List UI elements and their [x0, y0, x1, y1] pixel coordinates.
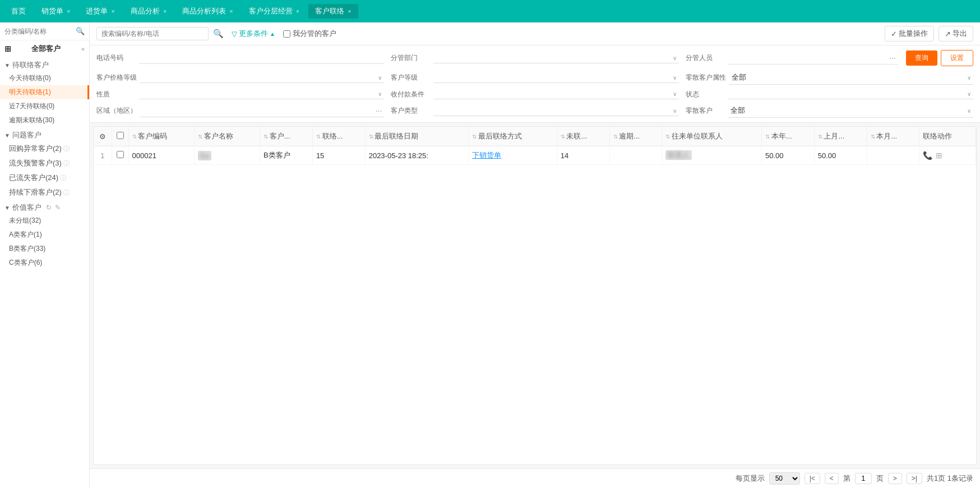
my-customers-check[interactable] — [283, 30, 290, 38]
col-company-contact[interactable]: ⇅ 往来单位联系人 — [662, 127, 762, 146]
customer-type-select[interactable]: ∨ — [433, 106, 678, 116]
col-this-year[interactable]: ⇅ 本年... — [761, 127, 814, 146]
col-this-month[interactable]: ⇅ 本月... — [867, 127, 919, 146]
col-contact[interactable]: ⇅ 联络... — [312, 127, 365, 146]
col-customer-type[interactable]: ⇅ 客户... — [260, 127, 313, 146]
row-checkbox[interactable] — [112, 146, 128, 165]
first-page-btn[interactable]: |< — [805, 473, 820, 484]
chevron-down-icon: ∨ — [673, 75, 677, 81]
nature-select[interactable]: ∨ — [139, 89, 384, 99]
my-customers-checkbox[interactable]: 我分管的客户 — [283, 29, 336, 39]
nav-close-icon[interactable]: × — [163, 8, 167, 15]
col-settings[interactable]: ⚙ — [94, 127, 112, 146]
phone-input[interactable] — [139, 52, 384, 64]
next-page-btn[interactable]: > — [888, 473, 902, 484]
filter-row-region: 区域（地区） ··· — [96, 104, 384, 118]
col-customer-name[interactable]: ⇅ 客户名称 — [194, 127, 260, 146]
scattered-select[interactable]: 全部 ∨ — [728, 104, 973, 118]
col-uncontacted[interactable]: ⇅ 未联... — [557, 127, 609, 146]
sidebar-search-icon[interactable]: 🔍 — [76, 27, 85, 35]
edit-icon[interactable]: ✎ — [55, 204, 61, 211]
nav-sales-order[interactable]: 销货单 × — [35, 4, 77, 19]
set-button[interactable]: 设置 — [941, 50, 973, 66]
sidebar-search-bar: 🔍 — [0, 22, 89, 40]
nav-close-icon[interactable]: × — [229, 8, 233, 15]
nav-customer-segmentation[interactable]: 客户分层经营 × — [242, 4, 306, 19]
nav-purchase-order[interactable]: 进货单 × — [79, 4, 121, 19]
prev-page-btn[interactable]: < — [825, 473, 839, 484]
chevron-down-icon: ∨ — [673, 108, 677, 114]
col-overdue[interactable]: ⇅ 逾期... — [609, 127, 662, 146]
filter-row-dept: 分管部门 ∨ — [391, 50, 678, 66]
row-last-method[interactable]: 下销货单 — [469, 146, 557, 165]
select-all-checkbox[interactable] — [117, 132, 124, 139]
nav-close-icon[interactable]: × — [296, 8, 299, 15]
col-checkbox[interactable] — [112, 127, 128, 146]
page-size-select[interactable]: 50 100 200 — [769, 472, 800, 485]
sidebar-item-overdue[interactable]: 逾期未联络(30) — [0, 113, 89, 127]
sidebar-item-tomorrow[interactable]: 明天待联络(1) — [0, 85, 89, 99]
manager-dots-btn[interactable]: ··· — [889, 53, 896, 62]
sidebar-item-churned[interactable]: 已流失客户(24) ⓘ — [0, 171, 89, 185]
last-page-btn[interactable]: >| — [907, 473, 922, 484]
col-last-contact-date[interactable]: ⇅ 最后联络日期 — [365, 127, 469, 146]
scattered-attr-label: 零散客户属性 — [686, 73, 726, 82]
refresh-icon[interactable]: ↻ — [46, 204, 52, 211]
nav-product-analysis-list[interactable]: 商品分析列表 × — [175, 4, 239, 19]
nav-close-icon[interactable]: × — [348, 8, 351, 15]
price-level-select[interactable]: ∨ — [140, 73, 384, 83]
col-last-month[interactable]: ⇅ 上月... — [814, 127, 867, 146]
sidebar-group-value[interactable]: ▼ 价值客户 ↻ ✎ — [0, 200, 89, 214]
row-overdue — [609, 146, 662, 165]
batch-operation-btn[interactable]: ✓ 批量操作 — [885, 26, 934, 42]
sort-icon: ⇅ — [561, 133, 567, 140]
sidebar-item-ungrouped[interactable]: 未分组(32) — [0, 214, 89, 228]
sidebar-item-a-class[interactable]: A类客户(1) — [0, 228, 89, 242]
settings-icon[interactable]: ⚙ — [99, 132, 106, 141]
dept-label: 分管部门 — [391, 53, 430, 63]
row-select-checkbox[interactable] — [117, 151, 124, 158]
phone-label: 电话号码 — [96, 53, 136, 63]
sidebar-item-c-class[interactable]: C类客户(6) — [0, 256, 89, 270]
query-button[interactable]: 查询 — [906, 50, 937, 66]
payment-select[interactable]: ∨ — [433, 89, 678, 99]
phone-action-icon[interactable]: 📞 — [923, 151, 932, 160]
status-select[interactable]: ∨ — [728, 89, 973, 99]
nav-customer-contact[interactable]: 客户联络 × — [308, 4, 358, 19]
nav-product-analysis[interactable]: 商品分析 × — [124, 4, 173, 19]
sidebar-item-b-class[interactable]: B类客户(33) — [0, 242, 89, 256]
row-this-month — [867, 146, 919, 165]
sort-icon: ⇅ — [472, 133, 478, 140]
table-footer: 每页显示 50 100 200 |< < 第 页 > >| 共1页 1条记录 — [90, 468, 980, 488]
sidebar-search-input[interactable] — [4, 27, 73, 35]
customer-type-label: 客户类型 — [391, 106, 430, 116]
page-number-input[interactable] — [855, 473, 872, 484]
search-icon[interactable]: 🔍 — [213, 29, 224, 39]
sidebar-item-abnormal[interactable]: 回购异常客户(2) ⓘ — [0, 141, 89, 156]
sales-order-link[interactable]: 下销货单 — [472, 151, 501, 159]
row-name: Ea — [194, 146, 260, 165]
col-customer-code[interactable]: ⇅ 客户编码 — [128, 127, 194, 146]
sidebar-item-churn-warning[interactable]: 流失预警客户(3) ⓘ — [0, 156, 89, 171]
filter-row-status: 状态 ∨ — [686, 89, 973, 99]
grid-action-icon[interactable]: ⊞ — [936, 151, 942, 160]
sidebar-group-problem[interactable]: ▼ 问题客户 — [0, 127, 89, 141]
col-last-contact-method[interactable]: ⇅ 最后联络方式 — [469, 127, 557, 146]
export-btn[interactable]: ↗ 导出 — [939, 26, 973, 42]
info-icon: ⓘ — [63, 145, 70, 152]
region-dots-btn[interactable]: ··· — [376, 106, 382, 115]
sidebar-group-pending[interactable]: ▼ 待联络客户 — [0, 57, 89, 71]
more-conditions-btn[interactable]: ▽ 更多条件 ▲ — [228, 27, 279, 40]
sidebar-item-7days[interactable]: 近7天待联络(0) — [0, 99, 89, 113]
nav-home[interactable]: 首页 — [4, 4, 33, 19]
all-customers-header[interactable]: ⊞ 全部客户 « — [0, 40, 89, 57]
sidebar-item-today[interactable]: 今天待联络(0) — [0, 71, 89, 85]
sidebar-item-declining[interactable]: 持续下滑客户(2) ⓘ — [0, 185, 89, 200]
page-size-label: 每页显示 — [736, 473, 765, 484]
customer-level-select[interactable]: ∨ — [433, 73, 678, 83]
search-input[interactable] — [96, 27, 209, 40]
scattered-attr-select[interactable]: 全部 ∨ — [729, 71, 973, 85]
nav-close-icon[interactable]: × — [111, 8, 114, 15]
nav-close-icon[interactable]: × — [67, 8, 70, 15]
dept-select[interactable]: ∨ — [433, 53, 678, 63]
